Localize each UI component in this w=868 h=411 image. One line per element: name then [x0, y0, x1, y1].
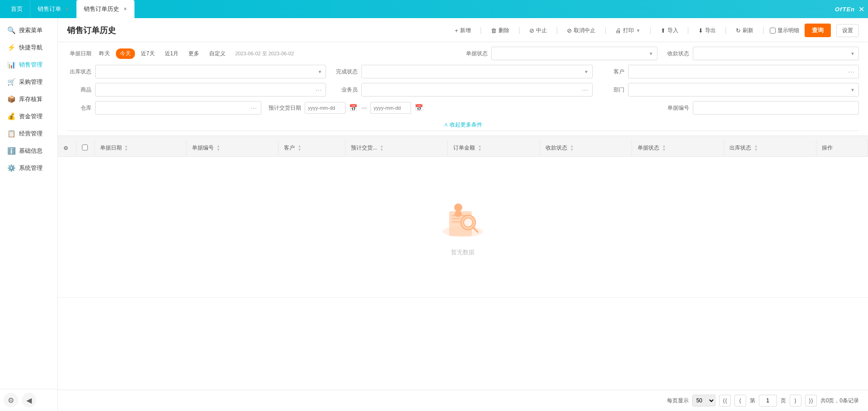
sidebar-settings-button[interactable]: ⚙	[4, 393, 18, 407]
topbar: 首页 销售订单 × 销售订单历史 × OfTEn ✕	[0, 0, 868, 18]
department-label: 部门	[600, 86, 624, 94]
sidebar-item-inventory[interactable]: 📦 库存核算	[0, 91, 58, 108]
delivery-status-select[interactable]: ▼	[95, 65, 326, 78]
th-bill-date[interactable]: 单据日期 ▲▼	[94, 140, 186, 157]
sidebar-item-operations-mgmt-label: 经营管理	[19, 130, 43, 138]
last1month-btn[interactable]: 近1月	[161, 48, 183, 59]
sidebar-collapse-button[interactable]: ◀	[22, 393, 36, 407]
cancel-stop-button[interactable]: ⊘ 取消中止	[563, 25, 599, 36]
calendar-from-icon[interactable]: 📅	[349, 104, 358, 112]
sidebar-item-sales-mgmt[interactable]: 📊 销售管理	[0, 56, 58, 73]
empty-state-row: 暂无数据	[58, 157, 868, 298]
refresh-label: 刷新	[743, 27, 753, 34]
th-expected-delivery-label: 预计交货...	[351, 145, 377, 151]
goods-input[interactable]: ···	[95, 83, 326, 97]
th-delivery-status[interactable]: 出库状态 ▲▼	[724, 140, 816, 157]
tab-sales-order[interactable]: 销售订单 ×	[30, 0, 77, 18]
sidebar-item-search-menu[interactable]: 🔍 搜索菜单	[0, 22, 58, 39]
sidebar-item-capital-mgmt[interactable]: 💰 资金管理	[0, 108, 58, 125]
th-bill-status[interactable]: 单据状态 ▲▼	[632, 140, 724, 157]
svg-point-9	[455, 211, 462, 217]
sep6: |	[687, 26, 689, 34]
empty-state-cell: 暂无数据	[58, 157, 868, 298]
bill-status-sort-icon: ▲▼	[662, 145, 666, 152]
current-page-input[interactable]	[759, 395, 777, 406]
last-page-button[interactable]: ⟩⟩	[805, 395, 817, 406]
yesterday-btn[interactable]: 昨天	[95, 48, 114, 59]
query-button[interactable]: 查询	[805, 24, 831, 37]
bill-status-select[interactable]: ▼	[491, 47, 657, 60]
sep3: |	[556, 26, 558, 34]
topbar-close-button[interactable]: ✕	[858, 5, 864, 14]
first-page-button[interactable]: ⟨⟨	[719, 395, 731, 406]
customer-group: 客户 ···	[600, 65, 859, 78]
th-action: 操作	[816, 140, 868, 157]
stop-button[interactable]: ⊘ 中止	[526, 25, 551, 36]
bill-no-group: 单据编号	[665, 101, 859, 115]
th-expected-delivery[interactable]: 预计交货... ▲▼	[345, 140, 448, 157]
settings-button[interactable]: 设置	[836, 24, 859, 37]
customer-input[interactable]: ···	[628, 65, 859, 78]
sidebar-item-operations-mgmt[interactable]: 📋 经营管理	[0, 125, 58, 142]
payment-status-select[interactable]: ▼	[693, 47, 859, 60]
tab-sales-order-history-close[interactable]: ×	[124, 6, 127, 12]
quick-nav-icon: ⚡	[7, 44, 15, 52]
complete-status-select[interactable]: ▼	[361, 65, 592, 78]
sidebar-item-basic-info[interactable]: ℹ️ 基础信息	[0, 142, 58, 160]
sidebar-item-quick-nav[interactable]: ⚡ 快捷导航	[0, 39, 58, 56]
svg-point-8	[454, 203, 462, 212]
select-all-checkbox[interactable]	[82, 145, 88, 150]
th-order-amount-label: 订单金额	[453, 145, 475, 151]
import-button[interactable]: ⬆ 导入	[657, 25, 682, 36]
custom-btn[interactable]: 自定义	[205, 48, 230, 59]
warehouse-input[interactable]: ···	[95, 101, 261, 115]
more-btn[interactable]: 更多	[184, 48, 203, 59]
expected-delivery-from[interactable]	[305, 102, 345, 114]
new-button[interactable]: + 新增	[451, 25, 475, 36]
show-detail-checkbox-label[interactable]: 显示明细	[770, 27, 799, 34]
department-select[interactable]: ▼	[628, 83, 859, 97]
expected-delivery-to[interactable]	[370, 102, 411, 114]
th-customer[interactable]: 客户 ▲▼	[278, 140, 345, 157]
delete-button[interactable]: 🗑 删除	[487, 25, 513, 36]
export-button[interactable]: ⬇ 导出	[695, 25, 719, 36]
page-title: 销售订单历史	[67, 25, 116, 36]
tab-home[interactable]: 首页	[4, 0, 30, 18]
tab-sales-order-close[interactable]: ×	[66, 6, 69, 12]
last7days-btn[interactable]: 近7天	[137, 48, 159, 59]
show-detail-label: 显示明细	[777, 27, 799, 34]
th-bill-no[interactable]: 单据编号 ▲▼	[186, 140, 278, 157]
print-button[interactable]: 🖨 打印 ▼	[612, 25, 644, 36]
table-header-row: ⚙ 单据日期 ▲▼ 单据编号 ▲▼	[58, 140, 868, 157]
th-order-amount[interactable]: 订单金额 ▲▼	[448, 140, 540, 157]
salesperson-input[interactable]: ···	[361, 83, 592, 97]
show-detail-checkbox[interactable]	[770, 28, 776, 34]
sidebar-item-purchase-mgmt[interactable]: 🛒 采购管理	[0, 73, 58, 91]
page-title-row: 销售订单历史 + 新增 | 🗑 删除 | ⊘ 中止	[67, 24, 859, 37]
basic-info-icon: ℹ️	[7, 147, 15, 155]
bill-no-input[interactable]	[693, 101, 859, 115]
page-header: 销售订单历史 + 新增 | 🗑 删除 | ⊘ 中止	[58, 18, 868, 42]
tab-sales-order-history[interactable]: 销售订单历史 ×	[77, 0, 134, 18]
date-filter-group: 单据日期 昨天 今天 近7天 近1月 更多 自定义 2023-06-02 至 2…	[67, 48, 456, 59]
filter-row-2: 出库状态 ▼ 完成状态 ▼ 客户 ···	[67, 65, 859, 78]
page-size-select[interactable]: 10 20 50 100	[692, 395, 715, 406]
sidebar-item-system-mgmt[interactable]: ⚙️ 系统管理	[0, 160, 58, 177]
payment-status-arrow-icon: ▼	[850, 51, 855, 56]
empty-state: 暂无数据	[63, 161, 863, 293]
th-settings[interactable]: ⚙	[58, 140, 76, 157]
next-page-button[interactable]: ⟩	[790, 395, 801, 406]
import-label: 导入	[667, 27, 678, 34]
prev-page-button[interactable]: ⟨	[734, 395, 746, 406]
today-btn[interactable]: 今天	[116, 48, 135, 59]
collapse-bar[interactable]: ∧ 收起更多条件	[67, 119, 859, 131]
refresh-button[interactable]: ↻ 刷新	[732, 25, 757, 36]
complete-status-label: 完成状态	[333, 68, 358, 76]
expected-delivery-group: 预计交货日期 📅 — 📅	[269, 102, 657, 114]
customer-label: 客户	[600, 68, 624, 76]
new-label: 新增	[460, 27, 471, 34]
th-payment-status[interactable]: 收款状态 ▲▼	[540, 140, 632, 157]
th-checkbox[interactable]	[76, 140, 94, 157]
calendar-to-icon[interactable]: 📅	[415, 104, 423, 112]
delivery-status-label: 出库状态	[67, 68, 91, 76]
